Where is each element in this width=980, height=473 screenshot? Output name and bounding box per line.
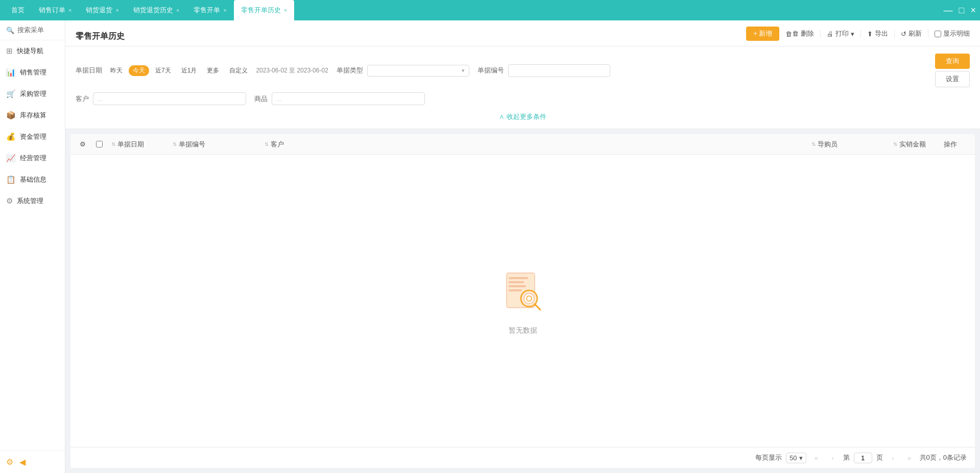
- date-btn-custom[interactable]: 自定义: [225, 65, 252, 76]
- date-btn-more[interactable]: 更多: [203, 65, 223, 76]
- sidebar-search[interactable]: 🔍 搜索采单: [0, 20, 65, 40]
- date-btn-1month[interactable]: 近1月: [177, 65, 201, 76]
- date-filter-group: 单据日期 昨天 今天 近7天 近1月 更多 自定义 2023-06-02 至 2…: [76, 65, 328, 76]
- date-quick-btns: 昨天 今天 近7天 近1月 更多 自定义: [106, 65, 252, 76]
- table-header: ⚙ ⇅ 单据日期 ⇅ 单据编号 ⇅ 客户 ⇅: [70, 134, 975, 155]
- customer-input[interactable]: ...: [93, 92, 246, 105]
- minimize-button[interactable]: —: [944, 5, 953, 16]
- last-page-btn[interactable]: »: [903, 452, 916, 464]
- doc-no-filter-group: 单据编号: [477, 64, 610, 77]
- customer-label: 客户: [76, 94, 89, 104]
- finance-icon: 💰: [6, 132, 16, 141]
- date-btn-yesterday[interactable]: 昨天: [106, 65, 127, 76]
- basic-info-icon: 📋: [6, 175, 16, 184]
- tab-sales-return[interactable]: 销货退货 ×: [79, 0, 126, 20]
- window-controls: — □ ×: [944, 5, 976, 16]
- display-detail-toggle[interactable]: 显示明细: [935, 29, 970, 38]
- sort-guide-icon[interactable]: ⇅: [811, 141, 816, 147]
- empty-state: 暂无数据: [70, 155, 975, 447]
- doc-type-select[interactable]: ▾: [367, 65, 469, 77]
- svg-rect-4: [509, 289, 522, 291]
- tab-sales-order[interactable]: 销售订单 ×: [32, 0, 79, 20]
- sort-no-icon[interactable]: ⇅: [173, 141, 177, 147]
- divider-4: [928, 30, 928, 38]
- close-window-button[interactable]: ×: [970, 5, 976, 16]
- sidebar-item-purchase-mgmt[interactable]: 🛒 采购管理: [0, 83, 65, 105]
- main-layout: 🔍 搜索采单 ⊞ 快捷导航 📊 销售管理 🛒 采购管理 📦 库存核算 💰 资金管…: [0, 20, 980, 473]
- print-button[interactable]: 🖨 打印 ▾: [827, 29, 854, 38]
- column-settings-icon[interactable]: ⚙: [80, 140, 86, 148]
- tab-sales-return-history[interactable]: 销货退货历史 ×: [126, 0, 186, 20]
- tab-home[interactable]: 首页: [4, 0, 32, 20]
- sidebar-item-sales-mgmt[interactable]: 📊 销售管理: [0, 62, 65, 83]
- th-settings[interactable]: ⚙: [75, 140, 91, 148]
- sort-amount-icon[interactable]: ⇅: [893, 141, 897, 147]
- date-btn-7days[interactable]: 近7天: [151, 65, 175, 76]
- refresh-icon: ↺: [901, 30, 906, 38]
- delete-button[interactable]: 🗑 🗑 删除: [785, 29, 814, 38]
- th-action: 操作: [930, 140, 971, 149]
- sort-date-icon[interactable]: ⇅: [111, 141, 115, 147]
- prev-page-btn[interactable]: ‹: [827, 452, 839, 464]
- doc-type-label: 单据类型: [337, 66, 363, 75]
- close-tab-sales-return-history[interactable]: ×: [176, 7, 179, 13]
- sidebar-item-quick-nav[interactable]: ⊞ 快捷导航: [0, 40, 65, 62]
- settings-query-button[interactable]: 设置: [935, 71, 970, 87]
- empty-text: 暂无数据: [509, 326, 537, 335]
- page-number-input[interactable]: [854, 453, 872, 463]
- per-page-arrow: ▾: [799, 454, 803, 462]
- collapse-filter-btn[interactable]: ∧ 收起更多条件: [76, 110, 970, 123]
- svg-line-7: [535, 304, 540, 310]
- close-tab-sales-return[interactable]: ×: [115, 7, 118, 13]
- svg-rect-3: [509, 285, 526, 287]
- sidebar-item-basic-info[interactable]: 📋 基础信息: [0, 169, 65, 190]
- close-tab-sales-order[interactable]: ×: [68, 7, 71, 13]
- print-dropdown-icon[interactable]: ▾: [851, 30, 854, 38]
- sidebar-item-inventory[interactable]: 📦 库存核算: [0, 105, 65, 126]
- export-button[interactable]: ⬆ 导出: [867, 29, 888, 38]
- sidebar-item-operations[interactable]: 📈 经营管理: [0, 147, 65, 169]
- select-all-checkbox[interactable]: [96, 141, 103, 147]
- sidebar-item-finance[interactable]: 💰 资金管理: [0, 126, 65, 147]
- product-input[interactable]: ...: [272, 92, 425, 105]
- th-customer: ⇅ 客户: [260, 140, 807, 149]
- th-date: ⇅ 单据日期: [107, 140, 169, 149]
- date-btn-today[interactable]: 今天: [129, 65, 149, 76]
- next-page-btn[interactable]: ›: [887, 452, 899, 464]
- close-tab-retail-open[interactable]: ×: [223, 7, 226, 13]
- sidebar-item-system-mgmt[interactable]: ⚙ 系统管理: [0, 190, 65, 212]
- sidebar-bottom: ⚙ ◀: [0, 451, 65, 473]
- doc-type-filter-group: 单据类型 ▾: [337, 65, 469, 77]
- product-label: 商品: [254, 94, 268, 104]
- doc-no-input[interactable]: [508, 64, 610, 77]
- purchase-mgmt-icon: 🛒: [6, 89, 16, 98]
- product-filter-group: 商品 ...: [254, 92, 425, 105]
- refresh-button[interactable]: ↺ 刷新: [901, 29, 922, 38]
- date-filter-label: 单据日期: [76, 66, 102, 75]
- top-nav: 首页 销售订单 × 销货退货 × 销货退货历史 × 零售开单 × 零售开单历史 …: [0, 0, 980, 20]
- filter-row-2: 客户 ... 商品 ...: [76, 92, 970, 105]
- maximize-button[interactable]: □: [959, 5, 965, 16]
- query-button[interactable]: 查询: [935, 54, 970, 69]
- toolbar: + 新增 🗑 🗑 删除 🖨 打印 ▾ ⬆ 导出 ↺: [746, 27, 970, 46]
- sort-customer-icon[interactable]: ⇅: [265, 141, 269, 147]
- per-page-select[interactable]: 50 ▾: [786, 453, 806, 463]
- tab-retail-open[interactable]: 零售开单 ×: [186, 0, 233, 20]
- settings-bottom-icon[interactable]: ⚙: [6, 457, 13, 467]
- first-page-btn[interactable]: «: [810, 452, 823, 464]
- collapse-sidebar-icon[interactable]: ◀: [19, 457, 26, 467]
- th-amount: ⇅ 实销金额: [869, 140, 930, 149]
- display-detail-checkbox[interactable]: [935, 31, 941, 37]
- page-title: 零售开单历史: [76, 31, 125, 42]
- divider-1: [820, 30, 821, 38]
- content-area: 零售开单历史 + 新增 🗑 🗑 删除 🖨 打印 ▾ ⬆ 导出: [65, 20, 980, 473]
- th-no: ⇅ 单据编号: [169, 140, 260, 149]
- th-checkbox[interactable]: [91, 141, 107, 147]
- tab-retail-open-history[interactable]: 零售开单历史 ×: [234, 0, 294, 20]
- table-area: ⚙ ⇅ 单据日期 ⇅ 单据编号 ⇅ 客户 ⇅: [70, 134, 975, 468]
- close-tab-retail-open-history[interactable]: ×: [284, 7, 287, 13]
- divider-3: [894, 30, 895, 38]
- customer-filter-group: 客户 ...: [76, 92, 246, 105]
- page-header: 零售开单历史 + 新增 🗑 🗑 删除 🖨 打印 ▾ ⬆ 导出: [65, 20, 980, 46]
- add-button[interactable]: + 新增: [746, 27, 779, 41]
